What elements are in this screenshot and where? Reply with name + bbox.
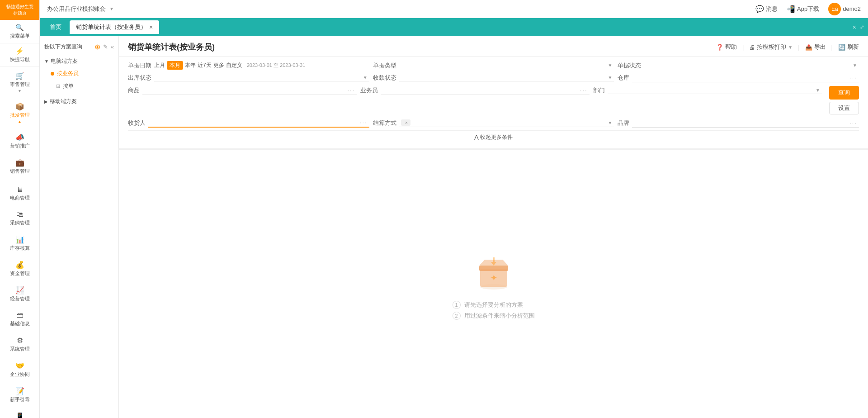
out-status-select[interactable]: ▼ [154, 74, 369, 81]
date-tabs: 上月 本月 本年 近7天 更多 自定义 [154, 61, 242, 70]
search-button[interactable]: 查询 [829, 86, 859, 100]
messages-btn[interactable]: 💬 消息 [755, 5, 778, 13]
sidebar-item-ecommerce[interactable]: 🖥 电商管理 [0, 181, 39, 206]
search-label: 搜索菜单 [2, 33, 38, 39]
divider-3: | [831, 44, 833, 51]
export-btn[interactable]: 📤 导出 [805, 43, 826, 51]
main-area: 办公用品行业模拟账套 ▼ 💬 消息 📲 App下载 Ea demo2 首页 [40, 0, 868, 418]
left-panel-actions: ⊕ ✎ « [94, 43, 114, 51]
username: demo2 [843, 5, 861, 12]
sidebar-item-finance[interactable]: 💰 资金管理 [0, 256, 39, 281]
edit-scheme-icon[interactable]: ✎ [103, 43, 108, 50]
collapse-panel-icon[interactable]: « [111, 43, 114, 50]
receiver-input[interactable]: ··· [148, 118, 369, 128]
setting-button[interactable]: 设置 [829, 102, 859, 114]
sidebar-search-menu[interactable]: 🔍 搜索菜单 [0, 20, 39, 43]
tab-maximize-btn[interactable]: ⤢ [860, 24, 864, 30]
tab-sales-stats[interactable]: 销货单统计表（按业务员） × [70, 20, 159, 34]
sidebar-item-appcenter[interactable]: 📱 应用中心 [0, 408, 39, 418]
desktop-scheme-header[interactable]: ▼ 电脑端方案 [40, 56, 118, 67]
collect-status-label: 收款状态 [373, 74, 396, 82]
goods-input[interactable]: ··· [142, 86, 357, 95]
purchase-icon: 🛍 [16, 210, 24, 218]
sidebar-item-newbie[interactable]: 📝 新手引导 [0, 382, 39, 408]
salesman-filter: 业务员 ··· [360, 86, 589, 95]
settlement-tag-close[interactable]: × [405, 120, 408, 125]
messages-label: 消息 [766, 5, 778, 13]
app-download-btn[interactable]: 📲 App下载 [787, 5, 819, 13]
collapse-label: 收起更多条件 [480, 133, 513, 141]
empty-state: ✦ 1 请先选择要分析的方案 2 用过滤条件来缩小分析范围 [119, 150, 868, 418]
goods-label: 商品 [128, 86, 140, 95]
tab-close-icon[interactable]: × [149, 24, 153, 31]
settlement-arrow[interactable]: ▼ [608, 120, 612, 125]
sidebar-item-system[interactable]: ⚙ 系统管理 [0, 332, 39, 357]
brand-filter: 品牌 ··· [618, 119, 859, 128]
mobile-scheme-header[interactable]: ▶ 移动端方案 [40, 96, 118, 107]
sidebar-item-operations[interactable]: 📈 经营管理 [0, 281, 39, 307]
refresh-btn[interactable]: 🔄 刷新 [838, 43, 859, 51]
tab-close-window-btn[interactable]: × [853, 24, 856, 31]
sidebar-item-marketing[interactable]: 📣 营销推广 [0, 128, 39, 154]
template-arrow: ▼ [788, 45, 793, 50]
sidebar-item-enterprise[interactable]: 🤝 企业协同 [0, 357, 39, 382]
divider-2: | [798, 44, 799, 51]
filter-area: 单据日期 上月 本月 本年 近7天 更多 自定义 2023-03-01 至 20… [119, 57, 868, 148]
scheme-item-by-salesman[interactable]: 按业务员 [40, 67, 118, 80]
mobile-scheme-group: ▶ 移动端方案 [40, 94, 118, 109]
sidebar-logo[interactable]: 畅捷通好生意标题页 [0, 0, 39, 20]
doc-status-select[interactable]: ▼ [644, 62, 859, 69]
out-status-label: 出库状态 [128, 74, 151, 82]
tab-home[interactable]: 首页 [43, 20, 68, 34]
scheme-doc-label: 按单 [63, 82, 74, 90]
date-tab-custom[interactable]: 自定义 [226, 62, 242, 69]
tab-sales-stats-label: 销货单统计表（按业务员） [76, 23, 146, 31]
mobile-scheme-label: 移动端方案 [50, 98, 77, 105]
brand-input[interactable]: ··· [632, 119, 859, 128]
department-select[interactable]: ▼ [608, 87, 822, 94]
add-scheme-icon[interactable]: ⊕ [94, 43, 100, 51]
doc-type-select[interactable]: ▼ [399, 62, 614, 69]
svg-rect-2 [479, 266, 508, 271]
date-range: 2023-03-01 至 2023-03-31 [247, 62, 306, 69]
warehouse-filter: 仓库 ··· [618, 73, 859, 82]
header-breadcrumb: 办公用品行业模拟账套 ▼ [47, 5, 114, 13]
sidebar-item-basic[interactable]: 🗃 基础信息 [0, 307, 39, 332]
collapse-conditions-btn[interactable]: ⋀ 收起更多条件 [128, 130, 859, 144]
date-tab-this-month[interactable]: 本月 [167, 61, 183, 70]
sidebar-quick-nav[interactable]: ⚡ 快捷导航 [0, 43, 39, 67]
action-buttons: 查询 设置 [829, 86, 859, 114]
collect-status-arrow: ▼ [608, 75, 612, 80]
template-print-btn[interactable]: 🖨 按模板打印 ▼ [749, 43, 793, 51]
sidebar-item-wholesale[interactable]: 📦 批发管理 ▲ [0, 98, 39, 128]
tab-bar: 首页 销货单统计表（按业务员） × × ⤢ [40, 18, 868, 36]
warehouse-input[interactable]: ··· [632, 73, 859, 82]
salesman-input[interactable]: ··· [381, 86, 589, 95]
salesman-dots: ··· [580, 87, 588, 94]
department-arrow: ▼ [816, 88, 820, 93]
help-btn[interactable]: ❓ 帮助 [716, 43, 737, 51]
empty-illustration: ✦ [471, 248, 516, 294]
brand-dots: ··· [849, 119, 857, 126]
collapse-icon: ⋀ [474, 134, 479, 140]
page-actions: ❓ 帮助 | 🖨 按模板打印 ▼ | 📤 导出 | [716, 43, 859, 51]
tab-window-controls: × ⤢ [853, 24, 864, 31]
basic-icon: 🗃 [16, 311, 24, 319]
sidebar-item-purchase[interactable]: 🛍 采购管理 [0, 206, 39, 231]
date-tab-more[interactable]: 更多 [213, 62, 224, 69]
export-label: 导出 [814, 43, 826, 51]
sidebar-item-sales[interactable]: 💼 销售管理 [0, 154, 39, 179]
collect-status-filter: 收款状态 ▼ [373, 74, 614, 82]
header-dropdown-arrow[interactable]: ▼ [109, 6, 114, 11]
date-tab-last-month[interactable]: 上月 [154, 62, 165, 69]
sidebar-item-inventory[interactable]: 📊 库存核算 [0, 231, 39, 256]
sidebar-item-retail[interactable]: 🛒 零售管理 ▼ [0, 67, 39, 98]
date-tab-this-year[interactable]: 本年 [185, 62, 196, 69]
user-profile[interactable]: Ea demo2 [828, 3, 861, 15]
ecommerce-icon: 🖥 [16, 185, 24, 194]
left-panel-header: 按以下方案查询 ⊕ ✎ « [40, 40, 118, 54]
date-tab-7days[interactable]: 近7天 [198, 62, 212, 69]
collect-status-select[interactable]: ▼ [399, 74, 614, 81]
scheme-sub-item-by-doc[interactable]: ⊞ 按单 [40, 80, 118, 92]
doc-status-arrow: ▼ [853, 63, 857, 68]
